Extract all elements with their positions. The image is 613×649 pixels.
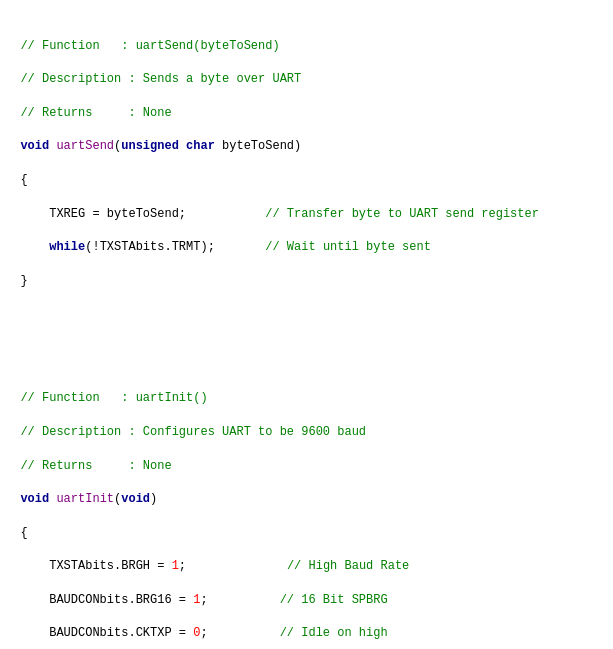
comment-line: // Returns : None — [20, 459, 171, 473]
code-line: void uartInit(void) — [20, 492, 157, 506]
comment-line: // Description : Configures UART to be 9… — [20, 425, 366, 439]
code-line: TXREG = byteToSend; // Transfer byte to … — [20, 207, 539, 221]
code-line: { — [20, 526, 27, 540]
code-line: TXSTAbits.BRGH = 1; // High Baud Rate — [20, 559, 409, 573]
code-line: { — [20, 173, 27, 187]
comment-line: // Returns : None — [20, 106, 171, 120]
code-line: } — [20, 274, 27, 288]
comment-line: // Description : Sends a byte over UART — [20, 72, 301, 86]
comment-line: // Function : uartSend(byteToSend) — [20, 39, 279, 53]
code-line: void uartSend(unsigned char byteToSend) — [20, 139, 301, 153]
code-container: // Function : uartSend(byteToSend) // De… — [0, 0, 613, 649]
code-line: BAUDCONbits.CKTXP = 0; // Idle on high — [20, 626, 387, 640]
code-line: BAUDCONbits.BRG16 = 1; // 16 Bit SPBRG — [20, 593, 387, 607]
comment-line: // Function : uartInit() — [20, 391, 207, 405]
code-line: while(!TXSTAbits.TRMT); // Wait until by… — [20, 240, 431, 254]
